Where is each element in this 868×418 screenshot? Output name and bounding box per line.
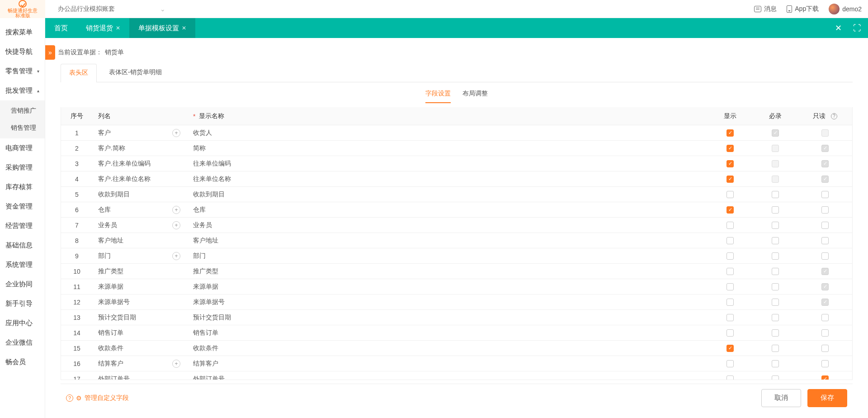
checkbox-show[interactable]: [726, 191, 734, 198]
cancel-button[interactable]: 取消: [761, 389, 801, 407]
checkbox-show[interactable]: [726, 129, 734, 137]
sub-tab[interactable]: 布局调整: [462, 90, 488, 103]
add-child-button[interactable]: +: [172, 129, 180, 137]
checkbox-readonly[interactable]: [821, 375, 829, 380]
save-button[interactable]: 保存: [807, 389, 847, 407]
checkbox-readonly[interactable]: [821, 314, 829, 321]
user-menu[interactable]: demo2: [829, 4, 862, 14]
checkbox-required[interactable]: [772, 360, 779, 367]
close-icon[interactable]: ✕: [116, 25, 120, 31]
cell-dispname[interactable]: 来源单据: [188, 283, 708, 291]
checkbox-required[interactable]: [772, 222, 779, 229]
nav-subitem[interactable]: 销售管理: [0, 119, 45, 137]
checkbox-readonly[interactable]: [821, 237, 829, 244]
region-tab[interactable]: 表体区-销货单明细: [100, 63, 170, 82]
tab-close-all-button[interactable]: ✕: [832, 22, 844, 34]
checkbox-readonly[interactable]: [821, 329, 829, 337]
nav-item[interactable]: 畅会员: [0, 352, 45, 372]
checkbox-show[interactable]: [726, 237, 734, 244]
checkbox-readonly[interactable]: [821, 222, 829, 229]
nav-item[interactable]: 零售管理▾: [0, 62, 45, 81]
account-selector[interactable]: 办公品行业模拟账套 ⌄: [58, 5, 165, 13]
cell-dispname[interactable]: 结算客户: [188, 360, 708, 368]
nav-item[interactable]: 经营管理: [0, 216, 45, 236]
cell-dispname[interactable]: 部门: [188, 252, 708, 260]
checkbox-show[interactable]: [726, 360, 734, 367]
checkbox-required[interactable]: [772, 252, 779, 260]
tab[interactable]: 单据模板设置✕: [129, 18, 195, 38]
cell-dispname[interactable]: 收货人: [188, 129, 708, 137]
close-icon[interactable]: ✕: [182, 25, 186, 31]
cell-dispname[interactable]: 往来单位名称: [188, 175, 708, 183]
checkbox-show[interactable]: [726, 283, 734, 290]
checkbox-required[interactable]: [772, 237, 779, 244]
cell-dispname[interactable]: 简称: [188, 144, 708, 152]
checkbox-readonly[interactable]: [821, 191, 829, 198]
checkbox-show[interactable]: [726, 329, 734, 337]
cell-dispname[interactable]: 销售订单: [188, 329, 708, 337]
cell-dispname[interactable]: 往来单位编码: [188, 160, 708, 168]
fullscreen-button[interactable]: ⛶: [851, 22, 863, 34]
checkbox-readonly[interactable]: [821, 360, 829, 367]
app-download-button[interactable]: App下载: [787, 5, 819, 13]
nav-item[interactable]: 资金管理: [0, 197, 45, 216]
checkbox-required[interactable]: [772, 299, 779, 306]
checkbox-required[interactable]: [772, 329, 779, 337]
checkbox-required[interactable]: [772, 268, 779, 275]
cell-dispname[interactable]: 客户地址: [188, 237, 708, 245]
cell-dispname[interactable]: 仓库: [188, 206, 708, 214]
nav-item[interactable]: 搜索菜单: [0, 23, 45, 42]
nav-item[interactable]: 系统管理: [0, 255, 45, 275]
expand-icon[interactable]: »: [45, 45, 55, 60]
nav-item[interactable]: 企业协同: [0, 275, 45, 294]
checkbox-show[interactable]: [726, 160, 734, 167]
checkbox-show[interactable]: [726, 375, 734, 380]
checkbox-show[interactable]: [726, 176, 734, 183]
nav-item[interactable]: 基础信息: [0, 236, 45, 255]
checkbox-readonly[interactable]: [821, 206, 829, 214]
tab[interactable]: 销货退货✕: [77, 18, 129, 38]
sub-tab[interactable]: 字段设置: [425, 90, 451, 103]
cell-dispname[interactable]: 外部订单号: [188, 375, 708, 380]
checkbox-show[interactable]: [726, 345, 734, 352]
checkbox-required[interactable]: [772, 375, 779, 380]
checkbox-readonly[interactable]: [821, 345, 829, 352]
add-child-button[interactable]: +: [172, 360, 180, 368]
cell-dispname[interactable]: 推广类型: [188, 267, 708, 276]
checkbox-show[interactable]: [726, 268, 734, 275]
checkbox-show[interactable]: [726, 314, 734, 321]
checkbox-show[interactable]: [726, 299, 734, 306]
brand-logo[interactable]: 畅捷通好生意 标准版: [0, 0, 45, 18]
table-body[interactable]: 1客户+收货人2客户.简称简称3客户.往来单位编码往来单位编码4客户.往来单位名…: [61, 125, 852, 380]
add-child-button[interactable]: +: [172, 206, 180, 214]
nav-item[interactable]: 采购管理: [0, 158, 45, 177]
add-child-button[interactable]: +: [172, 221, 180, 229]
cell-dispname[interactable]: 业务员: [188, 221, 708, 229]
tab[interactable]: 首页: [45, 18, 77, 38]
checkbox-show[interactable]: [726, 222, 734, 229]
region-tab[interactable]: 表头区: [61, 64, 97, 82]
add-child-button[interactable]: +: [172, 252, 180, 260]
checkbox-required[interactable]: [772, 314, 779, 321]
checkbox-required[interactable]: [772, 191, 779, 198]
cell-dispname[interactable]: 收款到期日: [188, 190, 708, 199]
checkbox-show[interactable]: [726, 252, 734, 260]
cell-dispname[interactable]: 预计交货日期: [188, 314, 708, 322]
nav-item[interactable]: 新手引导: [0, 294, 45, 314]
nav-item[interactable]: 企业微信: [0, 333, 45, 352]
checkbox-show[interactable]: [726, 145, 734, 152]
cell-dispname[interactable]: 收款条件: [188, 344, 708, 352]
checkbox-required[interactable]: [772, 206, 779, 214]
checkbox-show[interactable]: [726, 206, 734, 214]
help-icon[interactable]: ?: [831, 113, 837, 119]
checkbox-required[interactable]: [772, 283, 779, 290]
nav-item[interactable]: 批发管理▴: [0, 81, 45, 100]
nav-item[interactable]: 库存核算: [0, 177, 45, 197]
nav-item[interactable]: 应用中心: [0, 314, 45, 333]
cell-dispname[interactable]: 来源单据号: [188, 298, 708, 306]
nav-item[interactable]: 快捷导航: [0, 42, 45, 62]
checkbox-required[interactable]: [772, 345, 779, 352]
messages-button[interactable]: 消息: [754, 5, 777, 13]
nav-subitem[interactable]: 营销推广: [0, 102, 45, 119]
checkbox-readonly[interactable]: [821, 252, 829, 260]
